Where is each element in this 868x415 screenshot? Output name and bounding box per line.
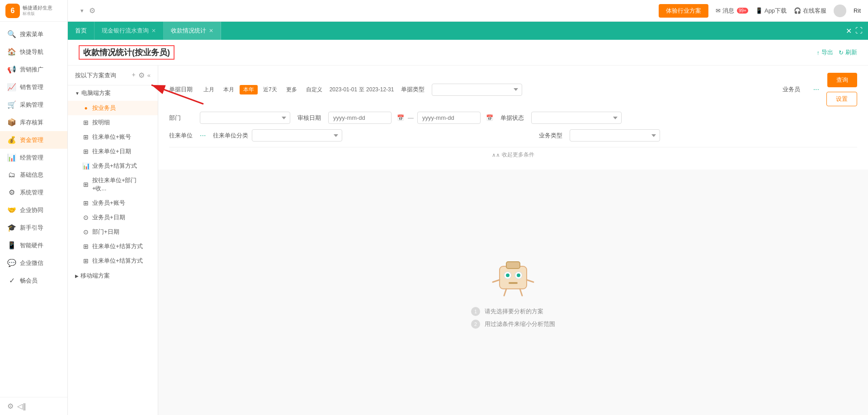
- scheme-item-by-salesperson[interactable]: ● 按业务员: [68, 101, 158, 115]
- topbar: ▾ ⚙ 体验行业方案 ✉ 消息 99+ 📱 App下载 🎧 在线客服: [68, 0, 868, 22]
- tab-collection-close[interactable]: ✕: [209, 28, 213, 34]
- sidebar-item-marketing[interactable]: 📢 营销推广: [0, 61, 67, 78]
- trial-btn[interactable]: 体验行业方案: [659, 4, 708, 18]
- tabbar-actions: ✕ ⛶: [840, 22, 868, 40]
- scheme-item-salesperson-settle[interactable]: 📊 业务员+结算方式: [68, 159, 158, 173]
- app-download-btn[interactable]: 📱 App下载: [755, 7, 787, 15]
- sidebar-item-search[interactable]: 🔍 搜索菜单: [0, 25, 67, 43]
- logo-badge: 标准版: [23, 11, 52, 17]
- scheme-partner-settle1-icon: ⊞: [82, 243, 90, 250]
- service-icon: 🎧: [794, 7, 801, 14]
- partner-category-select[interactable]: [252, 129, 342, 141]
- btn-group: 查询 设置: [826, 73, 857, 106]
- sidebar-item-member[interactable]: ✓ 畅会员: [0, 272, 67, 289]
- export-btn[interactable]: ↑ 导出: [817, 48, 834, 57]
- user-avatar[interactable]: [834, 5, 846, 17]
- scheme-partner-settle2-icon: ⊞: [82, 257, 90, 264]
- close-tab-btn[interactable]: ✕: [846, 27, 852, 35]
- empty-illustration: [491, 253, 536, 298]
- scheme-salesperson-settle-icon: 📊: [82, 162, 90, 170]
- query-btn[interactable]: 查询: [827, 73, 857, 87]
- calendar-from-icon[interactable]: 📅: [397, 114, 404, 121]
- sidebar-item-quicknav[interactable]: 🏠 快捷导航: [0, 43, 67, 61]
- salesperson-more-icon[interactable]: ···: [813, 85, 819, 94]
- scheme-item-partner-account[interactable]: ⊞ 往来单位+账号: [68, 130, 158, 144]
- tab-home[interactable]: 首页: [68, 22, 94, 40]
- sidebar-item-basic[interactable]: 🗂 基础信息: [0, 166, 67, 184]
- filter-salesperson-item: 业务员 ···: [783, 85, 819, 94]
- calendar-to-icon[interactable]: 📅: [486, 114, 493, 121]
- scheme-item-partner-settle1[interactable]: ⊞ 往来单位+结算方式: [68, 239, 158, 254]
- scheme-partner-date-icon: ⊞: [82, 148, 90, 155]
- collapse-panel-btn[interactable]: «: [147, 71, 151, 80]
- topbar-gear-icon[interactable]: ⚙: [89, 6, 95, 15]
- scheme-item-partner-settle2[interactable]: ⊞ 往来单位+结算方式: [68, 254, 158, 268]
- partner-more-icon[interactable]: ···: [200, 132, 206, 140]
- svg-rect-1: [506, 262, 520, 269]
- biz-type-select[interactable]: [570, 129, 660, 141]
- review-date-to[interactable]: [417, 112, 481, 124]
- wechat-icon: 💬: [7, 259, 16, 267]
- date-tabs: 上月 本月 本年 近7天 更多 自定义: [200, 85, 326, 94]
- svg-rect-6: [509, 282, 518, 284]
- scheme-group-mobile-label: 移动端方案: [80, 272, 110, 280]
- sidebar-item-inventory[interactable]: 📦 库存核算: [0, 113, 67, 131]
- app-logo: 6 畅捷通好生意 标准版: [0, 0, 67, 22]
- date-tab-more[interactable]: 更多: [283, 85, 301, 94]
- add-scheme-btn[interactable]: +: [132, 71, 136, 80]
- date-tab-this-year[interactable]: 本年: [240, 85, 258, 94]
- scheme-group-mobile-header[interactable]: ▶ 移动端方案: [68, 268, 158, 283]
- sidebar-item-guide[interactable]: 🎓 新手引导: [0, 219, 67, 236]
- scheme-salesperson-date-icon: ⊙: [82, 214, 90, 221]
- filter-row-2: 部门 审核日期 📅 — 📅: [169, 112, 857, 124]
- date-tab-custom[interactable]: 自定义: [302, 85, 326, 94]
- scheme-item-by-detail[interactable]: ⊞ 按明细: [68, 115, 158, 130]
- tab-collection[interactable]: 收款情况统计 ✕: [164, 22, 221, 40]
- sidebar-item-operation[interactable]: 📊 经营管理: [0, 149, 67, 166]
- date-label: 单据日期: [169, 85, 196, 94]
- empty-steps: 1 请先选择要分析的方案 2 用过滤条件来缩小分析范围: [471, 307, 555, 332]
- dept-select[interactable]: [200, 112, 290, 124]
- left-panel-header: 按以下方案查询 + ⚙ «: [68, 66, 158, 85]
- purchase-icon: 🛒: [7, 100, 16, 109]
- scheme-item-partner-date[interactable]: ⊞ 往来单位+日期: [68, 144, 158, 159]
- date-tab-last-month[interactable]: 上月: [200, 85, 218, 94]
- scheme-item-salesperson-date[interactable]: ⊙ 业务员+日期: [68, 210, 158, 225]
- set-btn[interactable]: 设置: [826, 92, 857, 106]
- category-select[interactable]: [432, 84, 522, 96]
- sidebar-item-enterprise[interactable]: 🤝 企业协同: [0, 201, 67, 219]
- salesperson-label: 业务员: [783, 85, 810, 94]
- date-tab-this-month[interactable]: 本月: [220, 85, 238, 94]
- scheme-item-salesperson-account[interactable]: ⊞ 业务员+账号: [68, 196, 158, 210]
- filter-partner-item: 往来单位 ···: [169, 132, 206, 140]
- sidebar-item-hardware[interactable]: 📱 智能硬件: [0, 236, 67, 254]
- topbar-dropdown-icon[interactable]: ▾: [80, 7, 84, 14]
- page-actions: ↑ 导出 ↻ 刷新: [817, 48, 858, 57]
- tab-bank-flow[interactable]: 现金银行流水查询 ✕: [94, 22, 164, 40]
- collapse-footer-icon[interactable]: ◁‖: [17, 402, 26, 410]
- online-service-btn[interactable]: 🎧 在线客服: [794, 7, 826, 15]
- status-label: 单据状态: [500, 114, 528, 122]
- messages-btn[interactable]: ✉ 消息 99+: [716, 7, 748, 15]
- scheme-group-desktop: ▼ 电脑端方案 ● 按业务员 ⊞ 按明细 ⊞ 往来单位+账号: [68, 85, 158, 268]
- sidebar-item-purchase[interactable]: 🛒 采购管理: [0, 96, 67, 113]
- review-date-from[interactable]: [328, 112, 392, 124]
- sidebar-item-sales[interactable]: 📈 销售管理: [0, 78, 67, 96]
- settings-footer-icon[interactable]: ⚙: [7, 402, 14, 410]
- status-select[interactable]: [531, 112, 622, 124]
- scheme-settings-icon[interactable]: ⚙: [138, 71, 145, 80]
- scheme-item-dept-date[interactable]: ⊙ 部门+日期: [68, 225, 158, 239]
- sidebar-item-wechat[interactable]: 💬 企业微信: [0, 254, 67, 272]
- scheme-item-partner-dept[interactable]: ⊞ 按往来单位+部门+收...: [68, 173, 158, 196]
- fullscreen-btn[interactable]: ⛶: [855, 27, 863, 35]
- scheme-group-desktop-header[interactable]: ▼ 电脑端方案: [68, 85, 158, 101]
- tab-bank-flow-label: 现金银行流水查询: [102, 27, 149, 35]
- collapse-btn[interactable]: ∧∧ 收起更多条件: [169, 147, 857, 162]
- enterprise-icon: 🤝: [7, 206, 16, 214]
- sidebar-item-finance[interactable]: 💰 资金管理: [0, 131, 67, 149]
- refresh-btn[interactable]: ↻ 刷新: [839, 48, 857, 57]
- tab-bank-flow-close[interactable]: ✕: [151, 28, 156, 34]
- content-area: 按以下方案查询 + ⚙ « ▼ 电脑端方案 ● 按业务员: [68, 66, 868, 415]
- sidebar-item-system[interactable]: ⚙ 系统管理: [0, 184, 67, 201]
- date-tab-7days[interactable]: 近7天: [259, 85, 281, 94]
